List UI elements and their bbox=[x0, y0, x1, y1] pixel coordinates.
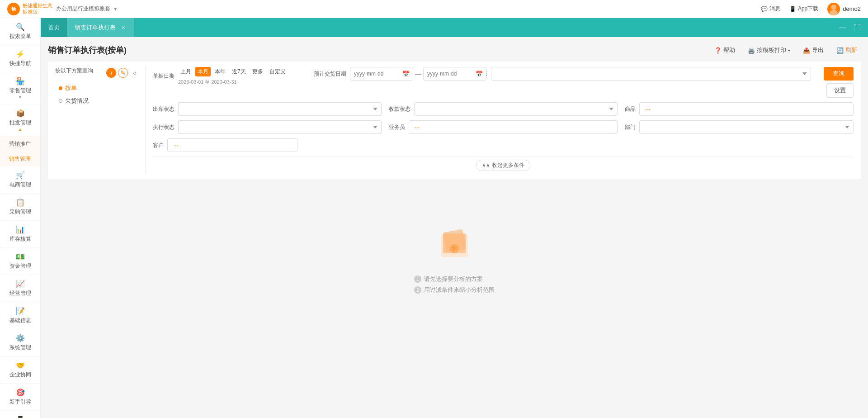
logo-icon: 畅 bbox=[7, 3, 20, 15]
page-title: 销售订单执行表(按单) bbox=[48, 45, 127, 56]
tab-minimize-icon[interactable]: — bbox=[837, 22, 848, 33]
date-tab-prev-month[interactable]: 上月 bbox=[178, 67, 193, 76]
date-tab-curr-month[interactable]: 本月 bbox=[195, 67, 211, 76]
print-dropdown-icon: ▾ bbox=[788, 48, 790, 53]
predict-date-field: 预计交货日期 📅 — bbox=[314, 67, 458, 81]
tab-maximize-icon[interactable]: ⛶ bbox=[852, 22, 863, 33]
active-dot-icon bbox=[59, 86, 62, 90]
sidebar-finance[interactable]: 💵 资金管理 bbox=[0, 248, 40, 275]
filter-panel: 按以下方案查询 + ✎ « 按单 bbox=[48, 62, 861, 179]
filter-scheme-title: 按以下方案查询 bbox=[55, 67, 93, 75]
management-icon: 📈 bbox=[16, 280, 25, 288]
avatar bbox=[827, 3, 840, 15]
stock-out-label: 出库状态 bbox=[153, 105, 175, 113]
svg-text:?: ? bbox=[452, 245, 455, 252]
dept-field: 部门 bbox=[625, 120, 854, 134]
stock-out-status-field: 出库状态 bbox=[153, 102, 382, 116]
shortcut-icon: ⚡ bbox=[16, 50, 25, 58]
collapse-more-btn[interactable]: ∧∧ 收起更多条件 bbox=[476, 160, 530, 171]
export-btn[interactable]: 📤 导出 bbox=[799, 44, 827, 56]
date-range-text: 2023-03-01 至 2023-03-31 bbox=[178, 79, 237, 85]
collab-icon: 🤝 bbox=[16, 361, 25, 370]
collapse-scheme-btn[interactable]: « bbox=[130, 68, 140, 78]
payment-status-select[interactable] bbox=[414, 102, 618, 116]
date-tab-more[interactable]: 更多 bbox=[250, 67, 265, 76]
settings-btn[interactable]: 设置 bbox=[826, 83, 854, 98]
page-header: 销售订单执行表(按单) ❓ 帮助 🖨️ 按模板打印 ▾ bbox=[48, 44, 861, 56]
order-status-field: 单据状态 草稿 已确认 已关闭 bbox=[466, 67, 811, 81]
sidebar-inventory[interactable]: 📊 库存核算 bbox=[0, 221, 40, 248]
app-download-action[interactable]: 📱 App下载 bbox=[789, 5, 818, 13]
sidebar-wholesale-submenu: 营销推广 销售管理 bbox=[0, 137, 40, 166]
refresh-icon: 🔄 bbox=[836, 47, 844, 54]
search-icon: 🔍 bbox=[16, 23, 25, 31]
sidebar-purchase[interactable]: 📋 采购管理 bbox=[0, 194, 40, 221]
message-action[interactable]: 💬 消息 bbox=[761, 5, 780, 13]
breadcrumb-dropdown-icon[interactable]: ▾ bbox=[114, 5, 117, 12]
logo-text: 畅捷通好生意 标准版 bbox=[23, 3, 52, 14]
finance-icon: 💵 bbox=[16, 252, 25, 261]
order-status-select[interactable]: 草稿 已确认 已关闭 bbox=[491, 67, 811, 81]
customer-field: 客户 ··· bbox=[153, 138, 297, 152]
sidebar-wholesale[interactable]: 📦 批发管理 ▴ bbox=[0, 104, 40, 137]
sidebar-management[interactable]: 📈 经营管理 bbox=[0, 275, 40, 302]
breadcrumb: 办公用品行业模拟账套 bbox=[56, 5, 110, 13]
predict-date-end-input[interactable] bbox=[423, 67, 486, 81]
filter-left-panel: 按以下方案查询 + ✎ « 按单 bbox=[55, 67, 146, 174]
step1-num: 1 bbox=[414, 276, 421, 283]
ecommerce-icon: 🛒 bbox=[16, 171, 25, 180]
wholesale-arrow-icon: ▴ bbox=[19, 127, 21, 132]
export-icon: 📤 bbox=[803, 47, 810, 54]
tab-close-icon[interactable]: ✕ bbox=[119, 24, 127, 31]
inventory-icon: 📊 bbox=[16, 225, 25, 234]
sidebar-search[interactable]: 🔍 搜索菜单 bbox=[0, 18, 40, 45]
sidebar-marketing[interactable]: 营销推广 bbox=[0, 137, 40, 152]
home-tab[interactable]: 首页 bbox=[41, 18, 67, 37]
predict-date-start-input[interactable] bbox=[350, 67, 413, 81]
help-btn[interactable]: ❓ 帮助 bbox=[711, 44, 739, 56]
filter-right-panel: 单据日期 上月 本月 本年 近7天 更多 bbox=[146, 67, 854, 174]
sidebar-collab[interactable]: 🤝 企业协同 bbox=[0, 356, 40, 384]
exec-status-select[interactable] bbox=[178, 120, 382, 134]
customer-dots-icon[interactable]: ··· bbox=[171, 142, 180, 149]
sidebar-shortcut[interactable]: ⚡ 快捷导航 bbox=[0, 45, 40, 72]
exec-status-field: 执行状态 bbox=[153, 120, 382, 134]
stock-out-status-select[interactable] bbox=[178, 102, 382, 116]
exec-status-label: 执行状态 bbox=[153, 124, 175, 131]
print-btn[interactable]: 🖨️ 按模板打印 ▾ bbox=[744, 44, 794, 56]
query-btn[interactable]: 查询 bbox=[824, 67, 854, 81]
inactive-dot-icon bbox=[59, 99, 62, 103]
scheme-item-backorder[interactable]: 欠货情况 bbox=[55, 95, 140, 107]
date-tab-custom[interactable]: 自定义 bbox=[267, 67, 288, 76]
sidebar-guide[interactable]: 🎯 新手引导 bbox=[0, 384, 40, 411]
svg-point-0 bbox=[831, 5, 836, 10]
sidebar-basic[interactable]: 📝 基础信息 bbox=[0, 302, 40, 329]
date-label: 单据日期 bbox=[153, 72, 175, 80]
sidebar-retail[interactable]: 🏪 零售管理 ▾ bbox=[0, 72, 40, 104]
sidebar-system[interactable]: ⚙️ 系统管理 bbox=[0, 329, 40, 356]
date-tab-7days[interactable]: 近7天 bbox=[230, 67, 248, 76]
app-icon: 📱 bbox=[789, 6, 796, 12]
page-actions: ❓ 帮助 🖨️ 按模板打印 ▾ 📤 导出 bbox=[711, 44, 861, 56]
date-tab-curr-year[interactable]: 本年 bbox=[212, 67, 228, 76]
dept-select[interactable] bbox=[639, 120, 854, 134]
goods-label: 商品 bbox=[625, 105, 636, 113]
scheme-item-order[interactable]: 按单 bbox=[55, 82, 140, 95]
retail-icon: 🏪 bbox=[16, 77, 25, 86]
message-icon: 💬 bbox=[761, 6, 768, 12]
salesman-dots-icon[interactable]: ··· bbox=[413, 124, 422, 131]
goods-dots-icon[interactable]: ··· bbox=[643, 105, 652, 113]
sidebar-ecommerce[interactable]: 🛒 电商管理 bbox=[0, 166, 40, 194]
edit-scheme-btn[interactable]: ✎ bbox=[118, 68, 128, 78]
basic-icon: 📝 bbox=[16, 307, 25, 315]
add-scheme-btn[interactable]: + bbox=[106, 68, 116, 78]
date-separator: — bbox=[415, 70, 421, 77]
refresh-btn[interactable]: 🔄 刷新 bbox=[833, 44, 861, 56]
sidebar-sales[interactable]: 销售管理 bbox=[0, 152, 40, 166]
sidebar-apps[interactable]: 📱 应用中心 bbox=[0, 411, 40, 418]
sales-order-tab[interactable]: 销售订单执行表 ✕ bbox=[67, 18, 134, 37]
user-area[interactable]: demo2 bbox=[827, 3, 861, 15]
collapse-bar: ∧∧ 收起更多条件 bbox=[153, 157, 854, 174]
salesman-label: 业务员 bbox=[389, 124, 405, 131]
empty-state: ? 1 请先选择要分析的方案 2 用过滤条件来缩小分析范围 bbox=[48, 185, 861, 333]
